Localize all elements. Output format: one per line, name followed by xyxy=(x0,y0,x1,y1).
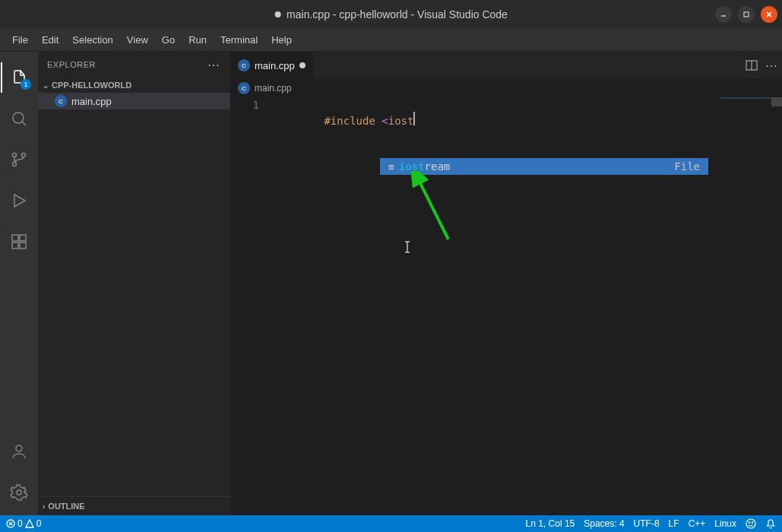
svg-rect-1 xyxy=(744,12,749,17)
outline-label: OUTLINE xyxy=(48,502,84,511)
editor-tabs: C main.cpp ⋯ xyxy=(230,52,782,79)
svg-rect-12 xyxy=(12,242,18,249)
activity-settings[interactable] xyxy=(1,474,37,511)
suggest-kind-icon: ≡ xyxy=(388,161,394,173)
line-number-1: 1 xyxy=(253,99,259,111)
status-encoding[interactable]: UTF-8 xyxy=(634,518,660,529)
explorer-sidebar: EXPLORER ⋯ ⌄ CPP-HELLOWORLD C main.cpp ›… xyxy=(38,52,230,515)
editor-tab-main-cpp[interactable]: C main.cpp xyxy=(230,52,314,79)
status-eol[interactable]: LF xyxy=(669,518,679,529)
svg-point-6 xyxy=(13,154,17,157)
feedback-smiley-icon xyxy=(746,518,756,529)
cpp-file-icon: C xyxy=(55,95,67,107)
svg-point-27 xyxy=(752,522,752,523)
menu-selection[interactable]: Selection xyxy=(66,31,119,49)
status-language[interactable]: C++ xyxy=(689,518,706,529)
main-area: 1 EXPLORER ⋯ ⌄ CPP-HEL xyxy=(0,52,782,515)
status-warning-count: 0 xyxy=(36,518,42,529)
activity-accounts[interactable] xyxy=(1,433,37,470)
code-typed-text: iost xyxy=(388,115,414,127)
play-bug-icon xyxy=(10,192,28,210)
status-indent[interactable]: Spaces: 4 xyxy=(584,518,624,529)
window-titlebar: main.cpp - cpp-helloworld - Visual Studi… xyxy=(0,0,782,29)
workspace-folder-header[interactable]: ⌄ CPP-HELLOWORLD xyxy=(38,78,230,93)
split-editor-button[interactable] xyxy=(746,59,758,71)
minimap-highlight xyxy=(720,97,771,99)
maximize-icon xyxy=(742,11,750,18)
error-icon xyxy=(6,519,15,528)
editor-scrollbar-thumb[interactable] xyxy=(771,97,782,106)
menu-bar: File Edit Selection View Go Run Terminal… xyxy=(0,29,782,52)
status-bar: 0 0 Ln 1, Col 15 Spaces: 4 UTF-8 LF C++ … xyxy=(0,515,782,532)
window-title-center: main.cpp - cpp-helloworld - Visual Studi… xyxy=(274,8,508,21)
search-icon xyxy=(10,109,28,128)
breadcrumb[interactable]: C main.cpp xyxy=(230,79,782,97)
editor-more-actions[interactable]: ⋯ xyxy=(765,59,777,73)
suggest-match-text: iost xyxy=(399,160,425,173)
editor-group: C main.cpp ⋯ C main.cpp 1 #include <iost xyxy=(230,52,782,515)
svg-point-7 xyxy=(13,163,17,166)
line-number-gutter: 1 xyxy=(230,97,267,515)
activity-run-debug[interactable] xyxy=(1,182,37,219)
activity-source-control[interactable] xyxy=(1,141,37,178)
activity-search[interactable] xyxy=(1,100,37,137)
window-maximize-button[interactable] xyxy=(738,6,755,23)
suggest-item-iostream[interactable]: ≡ iostream File xyxy=(381,159,708,174)
code-line-1: #include <iost xyxy=(273,99,415,139)
window-close-button[interactable] xyxy=(761,6,777,23)
svg-point-15 xyxy=(17,490,21,495)
cpp-file-icon: C xyxy=(238,59,250,71)
close-icon xyxy=(765,11,773,18)
explorer-more-actions[interactable]: ⋯ xyxy=(207,58,221,72)
menu-terminal[interactable]: Terminal xyxy=(214,31,264,49)
editor-tab-label: main.cpp xyxy=(255,60,295,71)
mouse-text-cursor xyxy=(403,240,412,254)
intellisense-suggest-widget[interactable]: ≡ iostream File xyxy=(380,158,708,175)
tab-dirty-indicator xyxy=(299,62,306,68)
menu-file[interactable]: File xyxy=(6,31,34,49)
file-tree-item-label: main.cpp xyxy=(71,96,112,107)
menu-help[interactable]: Help xyxy=(265,31,298,49)
window-buttons xyxy=(715,6,777,23)
explorer-header: EXPLORER ⋯ xyxy=(38,52,230,78)
status-errors[interactable]: 0 0 xyxy=(6,518,41,529)
gear-icon xyxy=(10,483,28,502)
bell-icon xyxy=(765,518,776,529)
explorer-title: EXPLORER xyxy=(47,60,96,69)
text-cursor-caret xyxy=(413,112,415,125)
svg-rect-10 xyxy=(12,235,18,241)
activity-explorer[interactable]: 1 xyxy=(1,59,37,96)
menu-edit[interactable]: Edit xyxy=(36,31,65,49)
menu-view[interactable]: View xyxy=(121,31,154,49)
file-tree-item-main-cpp[interactable]: C main.cpp xyxy=(38,93,230,109)
workspace-folder-name: CPP-HELLOWORLD xyxy=(52,81,131,90)
chevron-down-icon: ⌄ xyxy=(43,81,49,90)
account-icon xyxy=(10,442,28,461)
warning-icon xyxy=(25,519,34,528)
menu-run[interactable]: Run xyxy=(182,31,213,49)
svg-point-14 xyxy=(16,445,22,451)
suggest-item-kind: File xyxy=(674,160,700,173)
status-os[interactable]: Linux xyxy=(714,518,736,529)
status-feedback[interactable] xyxy=(746,518,756,529)
cpp-file-icon: C xyxy=(238,82,250,94)
status-notifications[interactable] xyxy=(765,518,776,529)
svg-rect-13 xyxy=(20,242,26,249)
svg-point-26 xyxy=(749,522,749,523)
menu-go[interactable]: Go xyxy=(156,31,181,49)
ibeam-cursor-icon xyxy=(403,240,412,254)
suggest-rest-text: ream xyxy=(425,160,451,173)
status-ln-col[interactable]: Ln 1, Col 15 xyxy=(526,518,575,529)
code-angle-bracket: < xyxy=(382,115,388,127)
outline-section-header[interactable]: › OUTLINE xyxy=(38,496,230,515)
breadcrumb-filename: main.cpp xyxy=(255,83,292,93)
window-minimize-button[interactable] xyxy=(715,6,732,23)
explorer-badge: 1 xyxy=(21,79,31,90)
status-error-count: 0 xyxy=(17,518,23,529)
svg-point-8 xyxy=(22,154,26,157)
svg-rect-11 xyxy=(20,235,26,241)
code-keyword-include: #include xyxy=(324,115,382,127)
extensions-icon xyxy=(10,233,28,251)
activity-extensions[interactable] xyxy=(1,223,37,260)
svg-point-25 xyxy=(746,519,755,528)
